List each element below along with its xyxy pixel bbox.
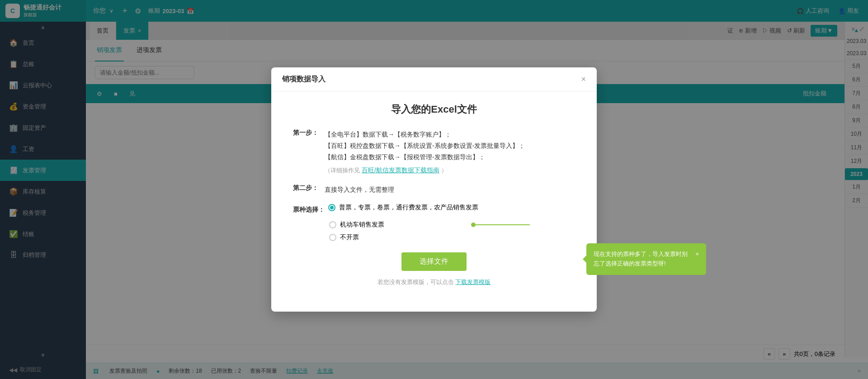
tooltip-connector-dot (471, 223, 476, 227)
step-1-row: 第一步： 【全电平台】数据下载→【税务数字账户】； 【百旺】税控盘数据下载→【系… (293, 129, 575, 176)
step-2-label: 第二步： (293, 184, 325, 195)
radio-none-circle (329, 234, 336, 241)
tooltip-bubble: × 现在支持的票种多了，导入发票时别忘了选择正确的发票类型呀! (586, 243, 706, 275)
radio-motor-circle (329, 221, 336, 228)
modal-header: 销项数据导入 × (271, 67, 597, 92)
modal-body: 导入您的Excel文件 第一步： 【全电平台】数据下载→【税务数字账户】； 【百… (271, 92, 597, 312)
footer-text: 若您没有发票模版，可以点击 (377, 279, 454, 285)
step-2-row: 第二步： 直接导入文件，无需整理 (293, 184, 575, 195)
step-2-content: 直接导入文件，无需整理 (325, 184, 575, 195)
radio-motor[interactable]: 机动车销售发票 (329, 221, 575, 229)
radio-normal-dot (330, 206, 334, 209)
step-1-note: （详细操作见 (325, 167, 360, 174)
tooltip-close-btn[interactable]: × (695, 250, 699, 259)
download-template-link[interactable]: 下载发票模版 (455, 279, 491, 285)
modal-close-btn[interactable]: × (581, 75, 586, 84)
radio-motor-label: 机动车销售发票 (340, 221, 384, 229)
ticket-label: 票种选择： (293, 206, 325, 214)
modal-main-title: 导入您的Excel文件 (293, 103, 575, 116)
radio-none-label: 不开票 (340, 233, 359, 242)
modal-overlay: 销项数据导入 × 导入您的Excel文件 第一步： 【全电平台】数据下载→【税务… (0, 0, 868, 379)
radio-normal-label: 普票，专票，卷票，通行费发票，农产品销售发票 (339, 204, 478, 212)
modal-footer: 若您没有发票模版，可以点击 下载发票模版 (293, 278, 575, 297)
step-1-line-2: 【百旺】税控盘数据下载→【系统设置-系统参数设置-发票批量导入】； (325, 140, 575, 152)
step-1-link[interactable]: 百旺/航信发票数据下载指南 (362, 166, 439, 174)
import-modal: 销项数据导入 × 导入您的Excel文件 第一步： 【全电平台】数据下载→【税务… (271, 67, 597, 312)
ticket-label-row: 票种选择： 普票，专票，卷票，通行费发票，农产品销售发票 (293, 204, 575, 216)
modal-title: 销项数据导入 (282, 75, 326, 84)
select-file-btn[interactable]: 选择文件 (401, 252, 467, 271)
step-1-line-1: 【全电平台】数据下载→【税务数字账户】； (325, 129, 575, 140)
radio-normal-circle (328, 204, 335, 211)
radio-normal[interactable]: 普票，专票，卷票，通行费发票，农产品销售发票 (328, 204, 478, 212)
tooltip-text: 现在支持的票种多了，导入发票时别忘了选择正确的发票类型呀! (594, 251, 688, 267)
radio-none[interactable]: 不开票 (329, 233, 575, 242)
step-1-label: 第一步： (293, 129, 325, 176)
ticket-section: 票种选择： 普票，专票，卷票，通行费发票，农产品销售发票 机动车销售发票 (293, 204, 575, 242)
step-1-content: 【全电平台】数据下载→【税务数字账户】； 【百旺】税控盘数据下载→【系统设置-系… (325, 129, 575, 176)
tooltip-connector-line (476, 224, 530, 225)
step-1-line-3: 【航信】金税盘数据下载→【报税管理-发票数据导出】； (325, 152, 575, 163)
